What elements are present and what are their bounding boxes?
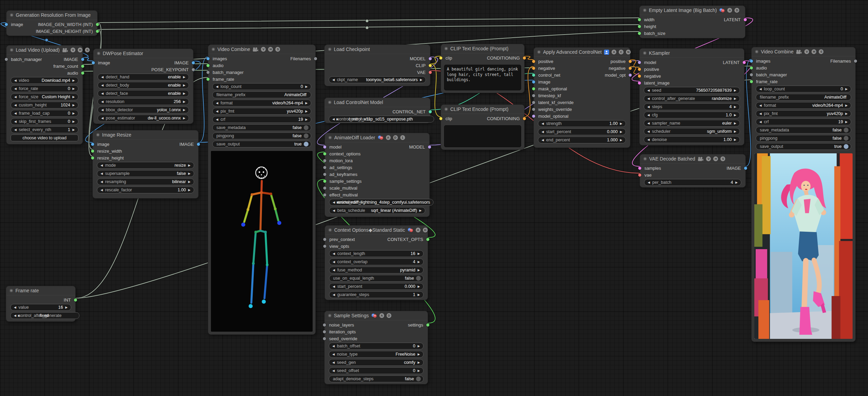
increment-arrow[interactable]: ▶ [64,306,68,309]
output-slot-MODEL[interactable]: MODEL [410,55,432,62]
widget-batch_offset[interactable]: ◀batch_offset0▶ [329,343,424,349]
collapse-dot[interactable] [537,50,541,54]
decrement-arrow[interactable]: ◀ [541,138,545,142]
widget-crf[interactable]: ◀crf19▶ [212,116,311,123]
widget-custom_height[interactable]: ◀custom_height1024▶ [11,102,78,108]
input-slot-samples[interactable]: samples [638,165,661,171]
widget-sampler_name[interactable]: ◀sampler_nameeuler▶ [644,120,740,127]
node-titlebar-context-options-standard-static[interactable]: Context Options◆Standard StaticAD [325,226,428,235]
output-dot[interactable] [74,298,77,302]
decrement-arrow[interactable]: ◀ [758,120,763,124]
prompt-textarea[interactable]: A beautiful girl dancing, pink long hair… [444,65,521,90]
input-slot-weights_override[interactable]: weights_override [532,106,572,113]
input-slot-audio[interactable]: audio [750,64,767,71]
collapse-dot[interactable] [643,9,646,12]
decrement-arrow[interactable]: ◀ [13,95,17,99]
node-load-controlnet-model[interactable]: Load ControlNet ModelCONTROL_NET◀control… [324,98,430,123]
output-slot-positive[interactable]: positive [611,58,632,65]
output-dot[interactable] [744,167,747,170]
widget-rescale_factor[interactable]: ◀rescale_factor1.00▶ [97,187,194,193]
input-slot-positive[interactable]: positive [532,58,553,65]
input-dot[interactable] [638,174,641,177]
input-slot-vae[interactable]: vae [638,171,652,178]
output-dot[interactable] [743,61,746,64]
widget-context_length[interactable]: ◀context_length16▶ [329,250,424,257]
node-vae-decode-batched[interactable]: VAE Decode BatchedVHSsamplesvaeIMAGE◀per… [640,154,746,188]
input-dot[interactable] [750,73,753,76]
output-slot-IMAGE[interactable]: IMAGE [174,59,195,66]
output-dot[interactable] [314,57,317,60]
decrement-arrow[interactable]: ◀ [646,89,651,92]
input-dot[interactable] [638,68,641,71]
increment-arrow[interactable]: ▶ [844,87,848,91]
decrement-arrow[interactable]: ◀ [13,103,17,107]
output-dot[interactable] [81,58,84,61]
input-dot[interactable] [92,61,95,64]
widget-context_overlap[interactable]: ◀context_overlap4▶ [329,258,424,265]
input-slot-image[interactable]: image [532,78,550,85]
widget-control_after_generate[interactable]: ◀control_after_generaterandomize▶ [644,95,740,102]
increment-arrow[interactable]: ▶ [844,104,848,107]
decrement-arrow[interactable]: ◀ [758,112,763,115]
input-slot-image[interactable]: image [5,21,23,28]
input-dot[interactable] [750,80,753,83]
decrement-arrow[interactable]: ◀ [13,120,17,123]
input-slot-sample_settings[interactable]: sample_settings [323,178,362,184]
increment-arrow[interactable]: ▶ [182,108,186,112]
increment-arrow[interactable]: ▶ [619,138,623,142]
output-slot-MODEL[interactable]: MODEL [409,143,431,150]
decrement-arrow[interactable]: ◀ [100,164,104,167]
input-dot[interactable] [323,245,326,248]
decrement-arrow[interactable]: ◀ [100,180,104,183]
decrement-arrow[interactable]: ◀ [646,105,651,108]
input-slot-control_net[interactable]: control_net [532,72,560,78]
node-graph-canvas[interactable]: Generation Resolution From ImageimageIMA… [0,0,868,396]
output-dot[interactable] [429,71,432,74]
input-dot[interactable] [323,337,326,340]
input-dot[interactable] [532,74,535,77]
output-dot[interactable] [854,60,857,63]
widget-adapt_denoise_steps[interactable]: adapt_denoise_stepsfalse [329,375,424,382]
node-clip-text-encode-positive[interactable]: CLIP Text Encode (Prompt)clipCONDITIONIN… [441,44,525,93]
widget-save_output[interactable]: save_outputtrue [212,141,311,148]
input-dot[interactable] [5,23,8,26]
increment-arrow[interactable]: ▶ [182,100,186,103]
widget-format[interactable]: ◀formatvideo/h264-mp4▶ [212,100,311,106]
output-slot-INT[interactable]: INT [64,296,77,303]
increment-arrow[interactable]: ▶ [417,344,421,348]
collapse-dot[interactable] [328,136,332,139]
decrement-arrow[interactable]: ◀ [332,252,336,255]
widget-end_percent[interactable]: ◀end_percent1.000▶ [538,137,626,143]
widget-ckpt_name[interactable]: ◀ckpt_nametoonyou_beta6.safetensors▶ [329,76,426,83]
widget-detect_body[interactable]: ◀detect_bodyenable▶ [98,82,189,89]
input-dot[interactable] [206,64,210,67]
input-dot[interactable] [532,80,535,84]
collapse-dot[interactable] [328,228,332,232]
input-slot-audio[interactable]: audio [206,62,224,69]
increment-arrow[interactable]: ▶ [417,353,421,356]
widget-choose video to upload[interactable]: choose video to upload [11,135,78,141]
input-dot[interactable] [323,173,326,176]
increment-arrow[interactable]: ▶ [733,122,737,125]
output-dot[interactable] [81,72,84,75]
widget-guarantee_steps[interactable]: ◀guarantee_steps1▶ [329,291,424,298]
node-titlebar-load-video-upload[interactable]: Load Video (Upload)VHS [7,46,83,55]
widget-mode[interactable]: ◀moderesize▶ [97,162,194,169]
output-dot[interactable] [429,64,432,67]
decrement-arrow[interactable]: ◀ [332,293,336,296]
input-slot-frame_rate[interactable]: frame_rate [750,78,778,85]
node-clip-text-encode-negative[interactable]: CLIP Text Encode (Prompt)clipCONDITIONIN… [441,104,525,150]
node-sample-settings[interactable]: Sample SettingsADnoise_layersiteration_o… [324,311,428,384]
input-slot-width[interactable]: width [638,16,654,23]
decrement-arrow[interactable]: ◀ [332,285,336,288]
input-slot-latent_kf_override[interactable]: latent_kf_override [532,99,574,106]
widget-save_metadata[interactable]: save_metadatafalse [756,127,851,133]
input-dot[interactable] [532,101,535,104]
output-slot-LATENT[interactable]: LATENT [724,16,747,23]
widget-use_on_equal_length[interactable]: use_on_equal_lengthfalse [329,275,424,282]
decrement-arrow[interactable]: ◀ [13,128,17,131]
widget-seed_offset[interactable]: ◀seed_offset0▶ [329,367,424,374]
node-context-options-standard-static[interactable]: Context Options◆Standard StaticADprev_co… [325,225,428,300]
input-dot[interactable] [206,57,210,60]
increment-arrow[interactable]: ▶ [417,361,421,364]
